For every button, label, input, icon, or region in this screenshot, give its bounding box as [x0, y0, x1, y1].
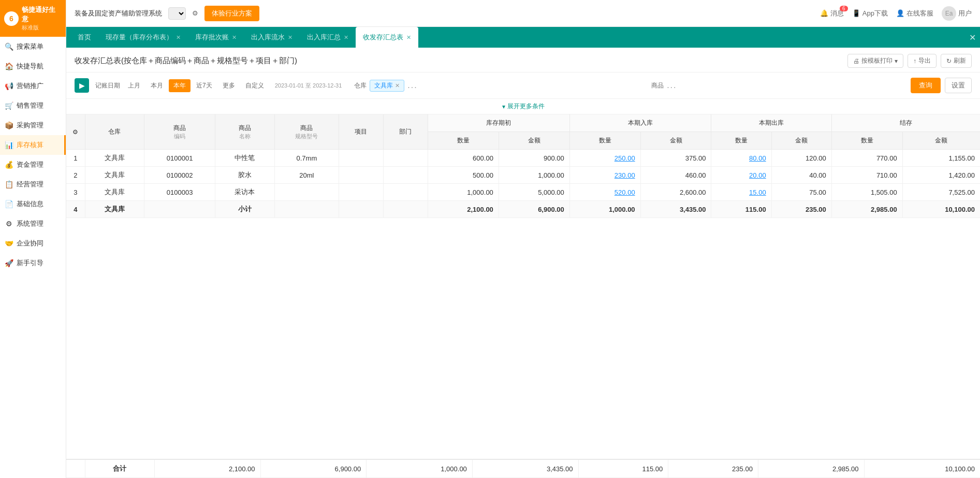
footer-table: 合计 2,100.00 6,900.00 1,000.00 3,435.00 1… — [66, 460, 980, 478]
warehouse-tag-close[interactable]: ✕ — [395, 82, 400, 89]
notification-badge: 6 — [840, 6, 848, 11]
expand-more-btn[interactable]: ▾ 展开更多条件 — [502, 102, 545, 111]
th-closing-amt: 金额 — [902, 132, 980, 150]
print-button[interactable]: 🖨 按模板打印 ▾ — [847, 54, 903, 68]
sidebar-label-guide: 新手引导 — [17, 258, 43, 268]
tab-inout-summary[interactable]: 出入库汇总✕ — [300, 27, 356, 48]
date-btn-本年[interactable]: 本年 — [169, 79, 191, 92]
sidebar-item-marketing[interactable]: 📢营销推广 — [0, 76, 66, 96]
sidebar-label-enterprise: 企业协同 — [17, 239, 43, 248]
link-cell[interactable]: 520.00 — [615, 189, 635, 196]
goods-label: 商品 — [651, 81, 664, 90]
footer-opening-qty: 2,100.00 — [154, 460, 260, 478]
tab-recv-send[interactable]: 收发存汇总表✕ — [356, 27, 418, 48]
tab-inventory-dist[interactable]: 现存量（库存分布表）✕ — [98, 27, 188, 48]
th-opening-amt: 金额 — [499, 132, 569, 150]
link-cell[interactable]: 230.00 — [615, 171, 635, 179]
th-closing-qty: 数量 — [831, 132, 902, 150]
notification-action[interactable]: 🔔 消息 6 — [820, 9, 844, 18]
table-row: 2文具库0100002胶水20ml500.001,000.00230.00460… — [66, 167, 980, 184]
system-select[interactable] — [168, 7, 186, 20]
query-button[interactable]: 查询 — [911, 78, 941, 93]
footer-in-amt: 3,435.00 — [472, 460, 578, 478]
sidebar-item-enterprise[interactable]: 🤝企业协同 — [0, 234, 66, 253]
tabs-container: 首页现存量（库存分布表）✕库存批次账✕出入库流水✕出入库汇总✕收发存汇总表✕ — [70, 27, 969, 48]
avatar: Ea — [942, 6, 956, 21]
goods-ellipsis[interactable]: ... — [667, 81, 677, 90]
page-inner: 收发存汇总表(按仓库＋商品编码＋商品＋规格型号＋项目＋部门) 🖨 按模板打印 ▾… — [66, 48, 980, 478]
th-settings[interactable]: ⚙ — [66, 114, 85, 150]
guide-icon: 🚀 — [4, 259, 13, 267]
sidebar-item-search[interactable]: 🔍搜索菜单 — [0, 37, 66, 56]
tab-bar-close-icon[interactable]: ✕ — [969, 33, 976, 42]
sidebar-item-inventory[interactable]: 📊库存核算 — [0, 135, 66, 155]
date-btn-上月[interactable]: 上月 — [123, 79, 145, 92]
expand-row: ▾ 展开更多条件 — [66, 99, 980, 114]
footer-out-amt: 235.00 — [668, 460, 758, 478]
filter-toggle-btn[interactable]: ▶ — [75, 78, 89, 93]
date-buttons: 上月本月本年近7天更多自定义 — [123, 79, 269, 92]
sidebar-item-system[interactable]: ⚙系统管理 — [0, 214, 66, 234]
th-opening-qty: 数量 — [428, 132, 499, 150]
export-icon: ↑ — [913, 57, 916, 65]
sidebar-label-inventory: 库存核算 — [17, 140, 43, 150]
app-download-action[interactable]: 📱 App下载 — [852, 9, 888, 18]
chevron-down-icon: ▾ — [895, 57, 898, 65]
tab-label-batch: 库存批次账 — [195, 33, 229, 42]
sidebar-item-finance[interactable]: 💰资金管理 — [0, 155, 66, 175]
link-cell[interactable]: 250.00 — [615, 154, 635, 162]
th-opening: 库存期初 — [428, 114, 569, 132]
main-content: 装备及固定资产辅助管理系统 ⚙ 体验行业方案 🔔 消息 6 📱 App下载 👤 … — [66, 0, 980, 478]
refresh-button[interactable]: ↻ 刷新 — [941, 54, 972, 68]
tab-inout-flow[interactable]: 出入库流水✕ — [244, 27, 300, 48]
link-cell[interactable]: 80.00 — [749, 154, 766, 162]
trial-button[interactable]: 体验行业方案 — [204, 6, 259, 21]
tab-home[interactable]: 首页 — [70, 27, 98, 48]
goods-filter-group: 商品 ... — [651, 81, 677, 90]
table-row: 3文具库0100003采访本1,000.005,000.00520.002,60… — [66, 184, 980, 201]
th-department: 部门 — [383, 114, 428, 150]
sidebar-item-sales[interactable]: 🛒销售管理 — [0, 96, 66, 115]
tab-close-inout-flow[interactable]: ✕ — [288, 34, 292, 41]
tab-label-recv-send: 收发存汇总表 — [363, 33, 403, 42]
user-action[interactable]: Ea 用户 — [942, 6, 972, 21]
tab-close-batch[interactable]: ✕ — [232, 34, 237, 41]
tab-close-recv-send[interactable]: ✕ — [406, 34, 411, 41]
tab-close-inout-summary[interactable]: ✕ — [344, 34, 348, 41]
date-btn-近7天[interactable]: 近7天 — [192, 79, 217, 92]
date-btn-自定义[interactable]: 自定义 — [241, 79, 269, 92]
setting-button[interactable]: 设置 — [945, 78, 972, 93]
sidebar-label-marketing: 营销推广 — [17, 81, 43, 91]
th-closing: 结存 — [831, 114, 980, 132]
sidebar-item-quick-nav[interactable]: 🏠快捷导航 — [0, 56, 66, 76]
sidebar-item-operation[interactable]: 📋经营管理 — [0, 175, 66, 194]
sidebar-item-purchase[interactable]: 📦采购管理 — [0, 115, 66, 135]
main-table: ⚙ 仓库 商品编码 商品名称 商品规格型号 项目 部门 库存期初 本期入库 本期… — [66, 114, 980, 218]
warehouse-ellipsis[interactable]: ... — [407, 81, 417, 90]
sidebar-label-operation: 经营管理 — [17, 180, 43, 189]
tab-bar: 首页现存量（库存分布表）✕库存批次账✕出入库流水✕出入库汇总✕收发存汇总表✕ ✕ — [66, 27, 980, 48]
column-settings-icon[interactable]: ⚙ — [72, 128, 78, 136]
sidebar-item-basic[interactable]: 📄基础信息 — [0, 194, 66, 214]
page-title: 收发存汇总表(按仓库＋商品编码＋商品＋规格型号＋项目＋部门) — [75, 56, 297, 66]
inventory-icon: 📊 — [4, 141, 13, 149]
marketing-icon: 📢 — [4, 82, 13, 90]
link-cell[interactable]: 20.00 — [749, 171, 766, 179]
table-row: 4文具库小计2,100.006,900.001,000.003,435.0011… — [66, 201, 980, 218]
warehouse-tag[interactable]: 文具库 ✕ — [370, 80, 404, 92]
sidebar-label-finance: 资金管理 — [17, 160, 43, 169]
table-container: ⚙ 仓库 商品编码 商品名称 商品规格型号 项目 部门 库存期初 本期入库 本期… — [66, 114, 980, 459]
date-btn-更多[interactable]: 更多 — [218, 79, 240, 92]
settings-gear-icon[interactable]: ⚙ — [192, 9, 198, 17]
system-icon: ⚙ — [4, 220, 13, 228]
tab-label-inventory-dist: 现存量（库存分布表） — [106, 33, 173, 42]
export-button[interactable]: ↑ 导出 — [908, 54, 937, 68]
th-product-code: 商品编码 — [144, 114, 215, 150]
online-service-action[interactable]: 👤 在线客服 — [896, 9, 933, 18]
tab-batch[interactable]: 库存批次账✕ — [188, 27, 244, 48]
sidebar-label-purchase: 采购管理 — [17, 121, 43, 130]
tab-close-inventory-dist[interactable]: ✕ — [176, 34, 181, 41]
link-cell[interactable]: 15.00 — [749, 189, 766, 196]
sidebar-item-guide[interactable]: 🚀新手引导 — [0, 253, 66, 273]
date-btn-本月[interactable]: 本月 — [146, 79, 168, 92]
